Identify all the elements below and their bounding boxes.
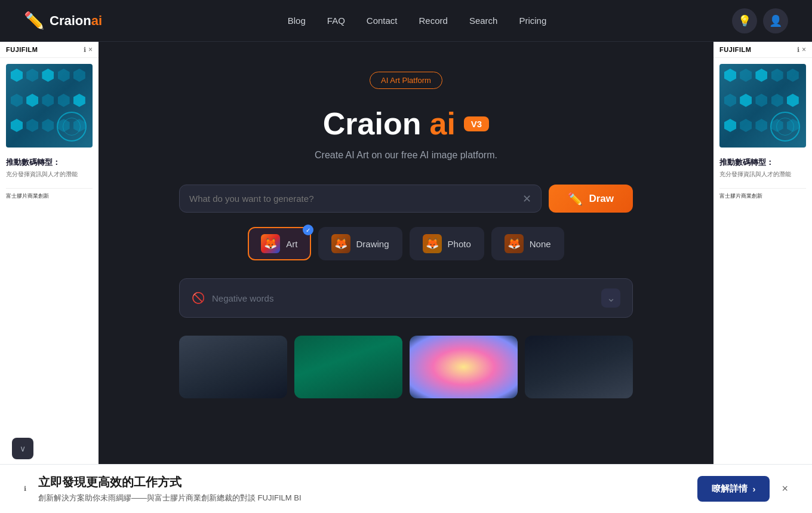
logo-ai: ai (91, 13, 102, 28)
nav-record[interactable]: Record (411, 11, 456, 30)
logo[interactable]: ✏️ Craionai (24, 11, 102, 30)
bottom-ad-cta-arrow: › (752, 484, 755, 494)
ad-brand-right: FUJIFILM (719, 46, 752, 53)
ad-close-left[interactable]: × (88, 45, 93, 54)
negative-words-expand-button[interactable]: ⌄ (601, 288, 620, 308)
search-bar-container: ✕ ✏️ Draw (179, 185, 633, 213)
ad-logo-bottom-right: 富士膠片商業創新 (719, 188, 806, 200)
bottom-ad-info: ℹ (24, 485, 26, 493)
bottom-ad-info-icon: ℹ (24, 485, 26, 493)
ad-close-right[interactable]: × (802, 45, 806, 54)
gallery-item-2[interactable] (294, 336, 402, 398)
hex-cell (787, 94, 799, 107)
hex-cell (787, 69, 799, 82)
ad-circle-deco-right (770, 112, 800, 142)
theme-toggle-button[interactable]: 💡 (732, 8, 757, 33)
main-heading: Craion ai V3 (323, 106, 489, 142)
style-none-thumb: 🦊 (505, 234, 524, 253)
search-input-wrapper: ✕ (179, 185, 542, 213)
gallery-item-1[interactable] (179, 336, 287, 398)
style-drawing[interactable]: 🦊 Drawing (318, 227, 402, 260)
hex-cell (724, 119, 736, 132)
negative-words-bar[interactable]: 🚫 Negative words ⌄ (179, 278, 633, 318)
ad-logo-bottom-left: 富士膠片商業創新 (6, 188, 93, 200)
bottom-ad-title: 立即發現更高效的工作方式 (38, 474, 685, 490)
hex-cell (58, 94, 70, 107)
prompt-input[interactable] (189, 185, 518, 212)
style-none[interactable]: 🦊 None (491, 227, 564, 260)
bottom-ad-subtitle: 創新解決方案助你未雨綢繆——與富士膠片商業創新總裁的對談 FUJIFILM BI (38, 493, 685, 503)
style-drawing-thumb: 🦊 (331, 234, 350, 253)
bottom-ad-cta-button[interactable]: 瞭解詳情 › (697, 476, 770, 502)
scroll-down-button[interactable]: ∨ (12, 438, 33, 459)
hex-cell (73, 69, 85, 82)
bottom-ad-close-button[interactable]: × (782, 483, 788, 495)
ad-title-right: 推動數碼轉型： (719, 157, 806, 168)
heading-ai: ai (429, 106, 455, 142)
center-content: AI Art Platform Craion ai V3 Create AI A… (99, 42, 713, 513)
gallery-item-3[interactable] (410, 336, 518, 398)
logo-pencil-icon: ✏️ (24, 11, 45, 30)
hex-cell (11, 94, 23, 107)
hex-cell (755, 119, 767, 132)
theme-icon: 💡 (738, 14, 751, 27)
nav-contact[interactable]: Contact (358, 11, 406, 30)
hex-cell (42, 94, 54, 107)
style-none-label: None (530, 239, 551, 249)
ad-text-right: 推動數碼轉型： 充分發揮資訊與人才的潛能 (719, 152, 806, 183)
main-subtitle: Create AI Art on our free AI image platf… (315, 150, 497, 161)
ad-body-right: 推動數碼轉型： 充分發揮資訊與人才的潛能 富士膠片商業創新 (713, 58, 812, 380)
heading-craion: Craion (323, 106, 422, 142)
scroll-down-icon: ∨ (20, 444, 26, 453)
ad-subtitle-left: 充分發揮資訊與人才的潛能 (6, 170, 93, 179)
ad-controls-right: ℹ × (797, 45, 806, 54)
nav-actions: 💡 👤 (732, 8, 788, 33)
ad-text-left: 推動數碼轉型： 充分發揮資訊與人才的潛能 (6, 152, 93, 183)
bottom-ad-banner: ℹ 立即發現更高效的工作方式 創新解決方案助你未雨綢繆——與富士膠片商業創新總裁… (0, 464, 812, 513)
hex-cell (771, 94, 783, 107)
ad-info-icon-right: ℹ (797, 46, 799, 54)
draw-button[interactable]: ✏️ Draw (549, 185, 633, 213)
user-icon: 👤 (769, 14, 782, 27)
style-drawing-label: Drawing (356, 239, 389, 249)
gallery-item-4[interactable] (525, 336, 633, 398)
ad-header-left: FUJIFILM ℹ × (0, 42, 99, 58)
clear-input-button[interactable]: ✕ (522, 192, 531, 205)
ad-brand-left: FUJIFILM (6, 46, 38, 53)
hex-cell (724, 69, 736, 82)
negative-words-placeholder: Negative words (212, 293, 594, 303)
hex-cell (58, 69, 70, 82)
style-photo[interactable]: 🦊 Photo (410, 227, 484, 260)
ad-hex-pattern-left (6, 64, 93, 148)
hex-cell (755, 94, 767, 107)
negative-words-icon: 🚫 (192, 291, 205, 305)
style-art-label: Art (286, 239, 297, 249)
user-account-button[interactable]: 👤 (763, 8, 788, 33)
ad-body-left: 推動數碼轉型： 充分發揮資訊與人才的潛能 富士膠片商業創新 (0, 58, 99, 380)
style-photo-thumb: 🦊 (423, 234, 442, 253)
platform-badge: AI Art Platform (370, 72, 442, 89)
ad-sidebar-right: FUJIFILM ℹ × (713, 42, 812, 513)
hex-cell (771, 69, 783, 82)
draw-button-icon: ✏️ (568, 192, 583, 206)
main-wrapper: FUJIFILM ℹ × (0, 42, 812, 513)
ad-subtitle-right: 充分發揮資訊與人才的潛能 (719, 170, 806, 179)
ad-hex-pattern-right (719, 64, 806, 148)
nav-faq[interactable]: FAQ (319, 11, 353, 30)
style-art-thumb: 🦊 (261, 234, 280, 253)
hex-cell (11, 69, 23, 82)
nav-search[interactable]: Search (461, 11, 506, 30)
hex-cell (26, 119, 38, 132)
nav-blog[interactable]: Blog (279, 11, 314, 30)
hex-cell (11, 119, 23, 132)
ad-info-icon-left: ℹ (84, 46, 86, 54)
hex-cell (755, 69, 767, 82)
logo-craion: Craion (50, 13, 91, 28)
navbar: ✏️ Craionai Blog FAQ Contact Record Sear… (0, 0, 812, 42)
style-art[interactable]: ✓ 🦊 Art (248, 227, 310, 260)
style-photo-label: Photo (448, 239, 471, 249)
style-art-check: ✓ (303, 225, 313, 235)
nav-pricing[interactable]: Pricing (510, 11, 555, 30)
hex-cell (740, 69, 752, 82)
draw-button-label: Draw (589, 193, 614, 205)
